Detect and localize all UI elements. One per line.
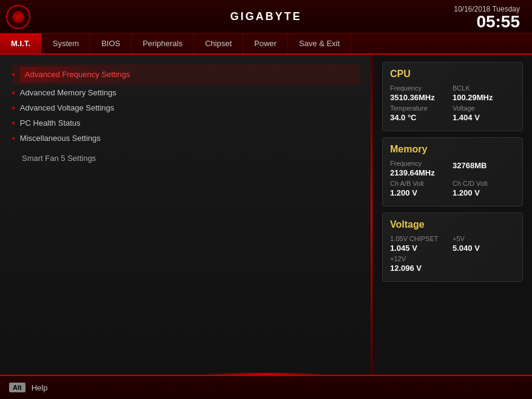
logo-inner — [12, 11, 24, 23]
cpu-bclk-col: BCLK 100.29MHz — [453, 84, 515, 102]
main-content: Advanced Frequency Settings Advanced Mem… — [0, 55, 532, 375]
cpu-temp-col: Temperature 34.0 °C — [390, 104, 453, 122]
memory-size-value: 32768MB — [453, 161, 515, 170]
voltage-empty-col — [453, 255, 515, 273]
memory-freq-label: Frequency — [390, 160, 453, 167]
left-panel: Advanced Frequency Settings Advanced Mem… — [0, 55, 373, 375]
vertical-separator — [371, 55, 372, 375]
nav-save-exit[interactable]: Save & Exit — [288, 33, 351, 53]
memory-chcd-label: Ch C/D Volt — [453, 180, 515, 187]
bottom-decoration — [206, 373, 327, 375]
cpu-row-1: Frequency 3510.36MHz BCLK 100.29MHz — [390, 84, 515, 102]
cpu-section: CPU Frequency 3510.36MHz BCLK 100.29MHz … — [382, 62, 523, 131]
cpu-volt-value: 1.404 V — [453, 113, 515, 122]
voltage-5v-value: 5.040 V — [453, 244, 515, 253]
memory-section: Memory Frequency 2139.64MHz 32768MB Ch A… — [382, 137, 523, 206]
nav-mit[interactable]: M.I.T. — [0, 33, 42, 53]
memory-size-col: 32768MB — [453, 160, 515, 177]
voltage-5v-label: +5V — [453, 235, 515, 242]
memory-freq-col: Frequency 2139.64MHz — [390, 160, 453, 177]
cpu-freq-col: Frequency 3510.36MHz — [390, 84, 453, 102]
help-label: Help — [32, 383, 48, 392]
voltage-12v-value: 12.096 V — [390, 264, 453, 273]
memory-title: Memory — [390, 144, 515, 155]
voltage-row-2: +12V 12.096 V — [390, 255, 515, 273]
nav-system[interactable]: System — [42, 33, 90, 53]
voltage-title: Voltage — [390, 219, 515, 230]
menu-item-voltage[interactable]: Advanced Voltage Settings — [12, 100, 360, 115]
voltage-105-label: 1.05V CHIPSET — [390, 235, 453, 242]
time-display: 05:55 — [454, 13, 520, 30]
voltage-12v-col: +12V 12.096 V — [390, 255, 453, 273]
menu-item-freq[interactable]: Advanced Frequency Settings — [12, 64, 360, 85]
brand-title: GIGABYTE — [230, 10, 301, 23]
cpu-temp-label: Temperature — [390, 104, 453, 112]
voltage-section: Voltage 1.05V CHIPSET 1.045 V +5V 5.040 … — [382, 213, 523, 282]
memory-chab-label: Ch A/B Volt — [390, 180, 453, 187]
memory-chab-col: Ch A/B Volt 1.200 V — [390, 180, 453, 197]
right-panel: CPU Frequency 3510.36MHz BCLK 100.29MHz … — [373, 55, 532, 375]
voltage-5v-col: +5V 5.040 V — [453, 235, 515, 253]
memory-chab-value: 1.200 V — [390, 188, 453, 197]
voltage-105-value: 1.045 V — [390, 244, 453, 253]
cpu-bclk-label: BCLK — [453, 84, 515, 92]
cpu-freq-label: Frequency — [390, 84, 453, 92]
menu-item-misc[interactable]: Miscellaneous Settings — [12, 131, 360, 146]
nav-peripherals[interactable]: Peripherals — [132, 33, 194, 53]
menu-item-memory[interactable]: Advanced Memory Settings — [12, 85, 360, 100]
memory-chcd-col: Ch C/D Volt 1.200 V — [453, 180, 515, 197]
memory-row-1: Frequency 2139.64MHz 32768MB — [390, 160, 515, 177]
alt-badge: Alt — [9, 383, 25, 392]
logo — [6, 5, 30, 29]
datetime-display: 10/16/2018 Tuesday 05:55 — [454, 5, 520, 30]
cpu-volt-label: Voltage — [453, 104, 515, 112]
memory-chcd-value: 1.200 V — [453, 188, 515, 197]
memory-freq-value: 2139.64MHz — [390, 168, 453, 177]
menu-item-pc-health[interactable]: PC Health Status — [12, 115, 360, 131]
cpu-volt-col: Voltage 1.404 V — [453, 104, 515, 122]
navbar: M.I.T. System BIOS Peripherals Chipset P… — [0, 33, 532, 55]
nav-power[interactable]: Power — [243, 33, 288, 53]
cpu-temp-value: 34.0 °C — [390, 113, 453, 122]
nav-chipset[interactable]: Chipset — [194, 33, 243, 53]
voltage-row-1: 1.05V CHIPSET 1.045 V +5V 5.040 V — [390, 235, 515, 253]
voltage-12v-label: +12V — [390, 255, 453, 262]
cpu-row-2: Temperature 34.0 °C Voltage 1.404 V — [390, 104, 515, 122]
nav-bios[interactable]: BIOS — [90, 33, 132, 53]
header: GIGABYTE 10/16/2018 Tuesday 05:55 — [0, 0, 532, 33]
voltage-105-col: 1.05V CHIPSET 1.045 V — [390, 235, 453, 253]
cpu-freq-value: 3510.36MHz — [390, 93, 453, 102]
menu-item-smart-fan[interactable]: Smart Fan 5 Settings — [12, 151, 360, 166]
cpu-title: CPU — [390, 69, 515, 80]
cpu-bclk-value: 100.29MHz — [453, 93, 515, 102]
memory-row-2: Ch A/B Volt 1.200 V Ch C/D Volt 1.200 V — [390, 180, 515, 197]
footer: Alt Help — [0, 375, 532, 399]
